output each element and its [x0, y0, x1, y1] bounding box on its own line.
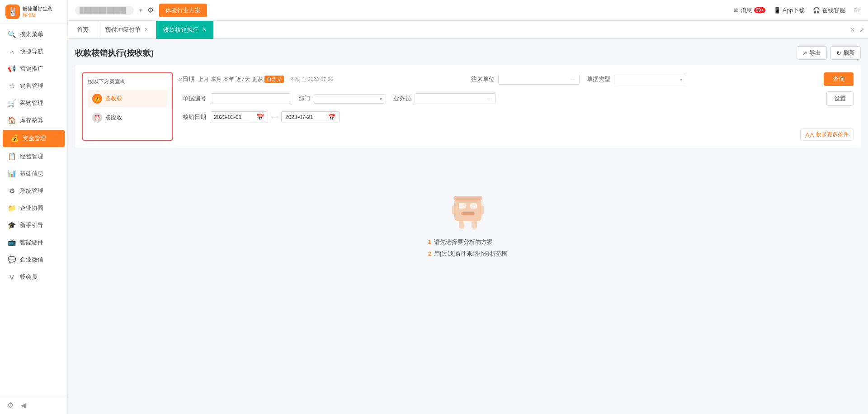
tabbar-right: ✕ ⤢ — [850, 26, 868, 33]
tab-receivable-close[interactable]: ✕ — [202, 27, 206, 33]
partner-select[interactable]: ··· — [498, 74, 580, 85]
tip1-text: 请先选择要分析的方案 — [434, 236, 493, 248]
sidebar-item-system[interactable]: ⚙ 系统管理 — [0, 182, 67, 200]
date-more[interactable]: 更多 — [252, 76, 263, 83]
filter-option-by-receivable[interactable]: ⏰ 按应收 — [88, 109, 167, 126]
topbar-chevron-icon[interactable]: ▾ — [139, 7, 142, 14]
svg-rect-4 — [452, 205, 456, 214]
sidebar-item-sales[interactable]: ☆ 销售管理 — [0, 77, 67, 95]
tab-receivable[interactable]: 收款核销执行 ✕ — [156, 21, 214, 39]
sidebar-item-basic-info[interactable]: 📊 基础信息 — [0, 165, 67, 182]
topbar-search-display: ████████████ — [75, 6, 134, 15]
hardware-icon: 📺 — [7, 238, 16, 247]
date-this-month[interactable]: 本月 — [211, 76, 222, 83]
sidebar-item-enterprise[interactable]: 📁 企业协同 — [0, 200, 67, 217]
sidebar-item-finance[interactable]: 💰 资金管理 — [3, 130, 65, 147]
export-icon: ↗ — [802, 50, 807, 57]
message-icon: ✉ — [734, 7, 739, 14]
filter-form: 日期 上月 本月 本年 近7天 更多 自定义 不限 至 2023-07-26 — [183, 72, 854, 141]
badge-plus: + — [761, 8, 764, 13]
topbar-gear-icon[interactable]: ⚙ — [147, 6, 154, 14]
date-sub-label: 不限 至 2023-07-26 — [290, 76, 333, 83]
tab-prepay-label: 预付冲应付单 — [105, 26, 141, 34]
message-button[interactable]: ✉ 消息 99+ — [734, 6, 765, 14]
sidebar-item-label: 销售管理 — [20, 82, 43, 90]
tab-prepay[interactable]: 预付冲应付单 ✕ — [98, 21, 156, 39]
filter-row-2: 单据编号 部门 ▾ 业务员 ··· — [183, 91, 854, 106]
sidebar-nav: 🔍 搜索菜单 ⌂ 快捷导航 📢 营销推广 ☆ 销售管理 🛒 采购管理 🏠 库存核… — [0, 24, 67, 396]
empty-tips: 1 请先选择要分析的方案 2 用[过滤]条件来缩小分析范围 — [428, 236, 508, 260]
filter-scheme-title: 按以下方案查询 — [88, 78, 167, 86]
online-service-button[interactable]: 🎧 在线客服 — [813, 6, 845, 14]
date-separator: — — [272, 114, 278, 121]
partner-label: 往来单位 — [471, 75, 495, 83]
sidebar-item-search-menu[interactable]: 🔍 搜索菜单 — [0, 26, 67, 43]
app-download-button[interactable]: 📱 App下载 — [774, 6, 805, 14]
collapse-icon[interactable]: ◀ — [21, 401, 26, 409]
verify-date-start-wrapper: 📅 — [210, 111, 268, 123]
solution-button[interactable]: 体验行业方案 — [159, 4, 207, 17]
sidebar-item-marketing[interactable]: 📢 营销推广 — [0, 60, 67, 77]
tab-close-all-icon[interactable]: ✕ — [850, 26, 855, 33]
dept-select[interactable]: ▾ — [314, 94, 386, 104]
export-button[interactable]: ↗ 导出 — [797, 46, 827, 60]
verify-date-field: 核销日期 📅 — 📅 — [183, 111, 340, 123]
sidebar-item-member[interactable]: V 畅会员 — [0, 268, 67, 286]
by-receipt-label: 按收款 — [105, 95, 123, 103]
sidebar-item-purchase[interactable]: 🛒 采购管理 — [0, 95, 67, 112]
date-7days[interactable]: 近7天 — [236, 76, 250, 83]
staff-select[interactable]: ··· — [415, 93, 496, 104]
basic-info-icon: 📊 — [7, 170, 16, 178]
settings-footer-icon[interactable]: ⚙ — [7, 401, 14, 409]
query-btn-wrapper: 查询 — [824, 72, 854, 86]
sidebar-item-label: 系统管理 — [20, 187, 43, 195]
sidebar-item-operations[interactable]: 📋 经营管理 — [0, 148, 67, 165]
operations-icon: 📋 — [7, 152, 16, 161]
tab-prepay-close[interactable]: ✕ — [144, 27, 148, 33]
dept-chevron-icon: ▾ — [380, 96, 382, 101]
doctype-field: 单据类型 ▾ — [587, 75, 686, 84]
sidebar-item-guide[interactable]: 🎓 新手引导 — [0, 217, 67, 234]
tab-expand-icon[interactable]: ⤢ — [859, 26, 864, 33]
refresh-button[interactable]: ↻ 刷新 — [830, 46, 861, 60]
sidebar-item-inventory[interactable]: 🏠 库存核算 — [0, 112, 67, 129]
date-custom-tag[interactable]: 自定义 — [264, 76, 284, 83]
date-field: 日期 上月 本月 本年 近7天 更多 自定义 不限 至 2023-07-26 — [183, 75, 333, 83]
empty-tip-1: 1 请先选择要分析的方案 — [428, 236, 508, 248]
docno-input[interactable] — [210, 93, 291, 104]
doctype-select[interactable]: ▾ — [614, 75, 686, 84]
more-conditions-button[interactable]: ⋀⋀ 收起更多条件 — [800, 128, 854, 141]
date-this-year[interactable]: 本年 — [223, 76, 234, 83]
page-header: 收款核销执行(按收款) ↗ 导出 ↻ 刷新 — [75, 46, 861, 60]
date-last-month[interactable]: 上月 — [198, 76, 209, 83]
sidebar-item-wechat[interactable]: 💬 企业微信 — [0, 251, 67, 268]
user-info[interactable]: Rit — [854, 7, 861, 14]
inventory-icon: 🏠 — [7, 116, 16, 124]
verify-date-end-input[interactable] — [285, 114, 326, 120]
end-calendar-icon[interactable]: 📅 — [328, 114, 335, 121]
sidebar-item-hardware[interactable]: 📺 智能硬件 — [0, 234, 67, 251]
tab-receivable-label: 收款核销执行 — [163, 26, 198, 34]
settings-button[interactable]: 设置 — [826, 91, 854, 106]
filter-collapse-icon[interactable]: » — [178, 74, 183, 84]
doctype-chevron-icon: ▾ — [680, 77, 682, 82]
filter-panel: 按以下方案查询 💰 按收款 ⏰ 按应收 » 日期 — [75, 65, 861, 148]
query-button[interactable]: 查询 — [824, 72, 854, 86]
empty-tip-2: 2 用[过滤]条件来缩小分析范围 — [428, 248, 508, 260]
sidebar-item-label: 库存核算 — [20, 116, 43, 124]
service-icon: 🎧 — [813, 7, 820, 14]
filter-option-by-receipt[interactable]: 💰 按收款 — [88, 90, 167, 107]
start-calendar-icon[interactable]: 📅 — [256, 114, 264, 121]
verify-date-start-input[interactable] — [214, 114, 255, 120]
empty-robot-illustration — [441, 190, 495, 236]
dept-label: 部门 — [298, 95, 310, 103]
sidebar-item-label: 企业协同 — [20, 204, 43, 212]
svg-rect-2 — [470, 203, 477, 209]
partner-field: 往来单位 ··· — [471, 74, 580, 85]
tab-home[interactable]: 首页 — [68, 21, 98, 39]
purchase-icon: 🛒 — [7, 99, 16, 107]
more-conditions-row: ⋀⋀ 收起更多条件 — [183, 128, 854, 141]
main-area: ████████████ ▾ ⚙ 体验行业方案 ✉ 消息 99+ 📱 App下载… — [68, 0, 868, 414]
svg-rect-7 — [472, 220, 477, 228]
sidebar-item-quick-nav[interactable]: ⌂ 快捷导航 — [0, 43, 67, 60]
